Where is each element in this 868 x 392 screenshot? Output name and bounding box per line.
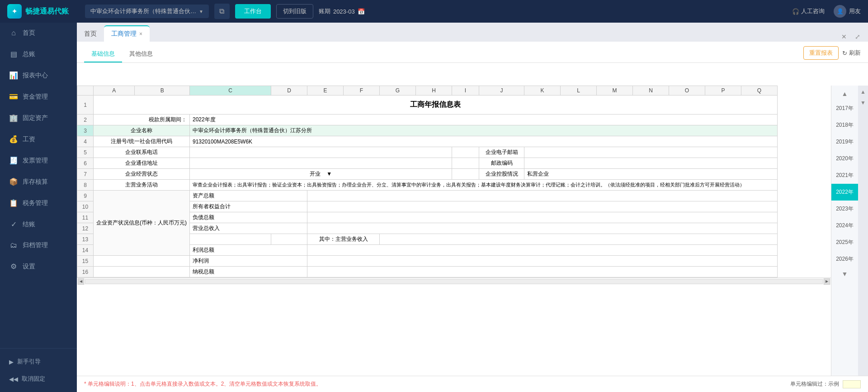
table-toolbar: 重置报表 ↻ 刷新	[803, 46, 861, 60]
calendar-icon[interactable]: 📅	[358, 8, 365, 15]
cell-11-e+[interactable]	[307, 212, 778, 223]
sidebar-item-invoice[interactable]: 🧾 发票管理	[0, 150, 77, 171]
cell-3-c+[interactable]: 中审众环会计师事务所（特殊普通合伙）江苏分所	[190, 125, 778, 136]
sidebar-item-tax[interactable]: 📋 税务管理	[0, 192, 77, 214]
cell-12-c[interactable]: 营业总收入	[190, 223, 307, 234]
year-2021[interactable]: 2021年	[831, 167, 858, 184]
cell-7-bc[interactable]: 企业经营状态	[94, 169, 190, 180]
year-2020[interactable]: 2020年	[831, 150, 858, 167]
logo-icon: ✦	[7, 4, 22, 19]
tab-other-info[interactable]: 其他信息	[122, 46, 160, 62]
cell-7-j[interactable]: 企业控股情况	[479, 169, 524, 180]
sidebar-label-assets: 固定资产	[23, 114, 48, 122]
copy-button[interactable]: ⧉	[214, 4, 230, 19]
cell-15-c[interactable]: 净利润	[190, 256, 307, 267]
switch-version-button[interactable]: 切到旧版	[276, 4, 313, 19]
company-dropdown-icon: ▼	[199, 9, 203, 14]
scroll-left-button[interactable]: ◀	[78, 278, 84, 285]
col-header-o: O	[669, 86, 705, 96]
tab-basic-info[interactable]: 基础信息	[84, 46, 122, 62]
row-num-4: 4	[77, 136, 94, 147]
cell-2-bc[interactable]: 税款所属期间：	[94, 115, 190, 125]
cell-13-ef[interactable]: 其中：主营业务收入	[307, 234, 380, 245]
title-cell[interactable]: 工商年报信息表	[94, 96, 778, 115]
sidebar-item-home[interactable]: ⌂ 首页	[0, 23, 77, 43]
workbench-button[interactable]: 工作台	[235, 4, 271, 19]
row-num-15: 15	[77, 256, 94, 267]
cell-6-c[interactable]	[190, 158, 452, 169]
cell-12-e+[interactable]	[307, 223, 778, 234]
sidebar-item-close[interactable]: ✓ 结账	[0, 214, 77, 235]
cell-4-c+[interactable]: 91320100MA208E5W6K	[190, 136, 778, 147]
sidebar-item-inventory[interactable]: 📦 库存核算	[0, 171, 77, 192]
sidebar-item-ledger[interactable]: ▤ 总账	[0, 43, 77, 65]
cell-8-c+[interactable]: 审查企业会计报表；出具审计报告；验证企业资本；出具验资报告；办理企业合开、分立、…	[190, 180, 778, 191]
cell-7-c[interactable]: 开业 ▼	[190, 169, 452, 180]
year-2019[interactable]: 2019年	[831, 134, 858, 150]
cell-3-bc[interactable]: 企业名称	[94, 125, 190, 136]
reset-report-button[interactable]: 重置报表	[803, 46, 839, 60]
help-button[interactable]: 🎧 人工咨询	[792, 7, 825, 15]
row-num-10: 10	[77, 201, 94, 212]
collapse-up-button[interactable]: ▲	[859, 87, 868, 96]
tab-business[interactable]: 工商管理 ×	[104, 25, 150, 42]
year-2017[interactable]: 2017年	[831, 100, 858, 117]
unpin-label: 取消固定	[22, 375, 45, 383]
year-2026[interactable]: 2026年	[831, 251, 858, 268]
cell-4-bc[interactable]: 注册号/统一社会信用代码	[94, 136, 190, 147]
sidebar-item-assets[interactable]: 🏢 固定资产	[0, 107, 77, 129]
cell-5-bc[interactable]: 企业联系电话	[94, 147, 190, 158]
cell-15-e+[interactable]	[307, 256, 778, 267]
year-sidebar: ▲ 2017年 2018年 2019年 2020年 2021年 2022年 20…	[831, 86, 858, 376]
sidebar-item-settings[interactable]: ⚙ 设置	[0, 256, 77, 277]
unpin-sidebar[interactable]: ◀◀ 取消固定	[0, 370, 77, 387]
tab-close-icon[interactable]: ×	[139, 31, 142, 37]
cell-2-c+[interactable]: 2022年度	[190, 115, 778, 125]
sidebar-item-finance[interactable]: 💳 资金管理	[0, 86, 77, 107]
user-area[interactable]: 👤 用友	[834, 5, 861, 18]
year-2025[interactable]: 2025年	[831, 234, 858, 251]
cell-13-c[interactable]	[190, 234, 271, 245]
cell-6-k+[interactable]	[524, 158, 778, 169]
sidebar-item-salary[interactable]: 💰 工资	[0, 129, 77, 150]
year-2018[interactable]: 2018年	[831, 117, 858, 134]
cell-6-bc[interactable]: 企业通信地址	[94, 158, 190, 169]
refresh-button[interactable]: ↻ 刷新	[842, 49, 861, 57]
cell-9-c[interactable]: 资产总额	[190, 191, 307, 201]
cell-5-j[interactable]: 企业电子邮箱	[479, 147, 524, 158]
cell-13-g+[interactable]	[380, 234, 778, 245]
scroll-right-button[interactable]: ▶	[824, 278, 830, 285]
cell-16-c[interactable]: 纳税总额	[190, 267, 307, 277]
cell-14-c[interactable]: 利润总额	[190, 245, 307, 256]
year-scroll-down[interactable]: ▼	[831, 268, 858, 280]
cell-6-j[interactable]: 邮政编码	[479, 158, 524, 169]
cell-11-c[interactable]: 负债总额	[190, 212, 307, 223]
company-name: 中审众环会计师事务所（特殊普通合伙…	[90, 7, 196, 15]
new-user-guide[interactable]: ▶ 新手引导	[0, 353, 77, 370]
company-selector[interactable]: 中审众环会计师事务所（特殊普通合伙… ▼	[85, 5, 209, 18]
invoice-icon: 🧾	[9, 156, 18, 165]
year-2024[interactable]: 2024年	[831, 217, 858, 234]
cell-16-e+[interactable]	[307, 267, 778, 277]
cell-5-k+[interactable]	[524, 147, 778, 158]
sidebar-item-reports[interactable]: 📊 报表中心	[0, 65, 77, 86]
cell-5-c[interactable]	[190, 147, 452, 158]
cell-7-k+[interactable]: 私营企业	[524, 169, 778, 180]
year-scroll-up[interactable]: ▲	[831, 87, 858, 100]
horizontal-scrollbar[interactable]: ◀ ▶	[77, 277, 831, 285]
collapse-down-button[interactable]: ▼	[859, 98, 868, 107]
spreadsheet-wrapper[interactable]: A B C D E F G H I J K L	[77, 86, 831, 376]
close-window-button[interactable]: ✕	[839, 32, 849, 42]
sidebar-item-archive[interactable]: 🗂 归档管理	[0, 235, 77, 256]
headset-icon: 🎧	[792, 8, 799, 15]
tab-home[interactable]: 首页	[77, 26, 104, 42]
cell-8-bc[interactable]: 主营业务活动	[94, 180, 190, 191]
cell-14-e+[interactable]	[307, 245, 778, 256]
cell-9-e+[interactable]	[307, 191, 778, 201]
scroll-track[interactable]	[85, 279, 823, 284]
year-2022[interactable]: 2022年	[831, 184, 858, 201]
year-2023[interactable]: 2023年	[831, 201, 858, 217]
cell-10-c[interactable]: 所有者权益合计	[190, 201, 307, 212]
cell-10-e+[interactable]	[307, 201, 778, 212]
expand-window-button[interactable]: ⤢	[853, 32, 863, 42]
